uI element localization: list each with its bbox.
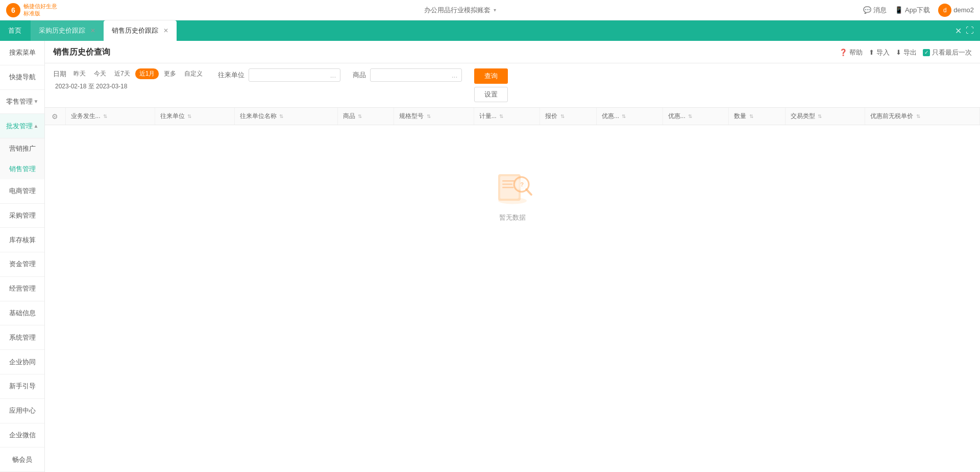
- sidebar-item-marketing[interactable]: 营销推广: [0, 138, 44, 159]
- counterpart-filter-col: 往来单位 ...: [218, 68, 340, 82]
- col-quoted-price[interactable]: 报价 ⇅: [540, 108, 597, 125]
- col-discount1[interactable]: 优惠... ⇅: [597, 108, 663, 125]
- only-last-checkbox[interactable]: ✓: [923, 49, 930, 56]
- sidebar-item-search[interactable]: 搜索菜单: [0, 41, 44, 65]
- date-range-display: 2023-02-18 至 2023-03-18: [55, 82, 206, 91]
- user-menu[interactable]: d demo2: [938, 4, 974, 17]
- gear-icon[interactable]: ⚙: [52, 112, 58, 121]
- col-spec[interactable]: 规格型号 ⇅: [394, 108, 474, 125]
- sort-icon-pre-tax-price: ⇅: [916, 113, 920, 119]
- avatar: d: [938, 4, 951, 17]
- sort-icon-unit: ⇅: [499, 113, 503, 119]
- table-header-row: ⚙ 业务发生... ⇅ 往来单位 ⇅ 往来单位名称 ⇅: [45, 108, 980, 125]
- tab-sales-history[interactable]: 销售历史价跟踪 ✕: [104, 20, 177, 41]
- help-button[interactable]: ❓ 帮助: [839, 48, 863, 57]
- empty-icon: ?: [487, 166, 538, 207]
- top-bar: 6 畅捷信好生意 标准版 办公用品行业模拟账套 ▾ 💬 消息 📱 App下载 d…: [0, 0, 980, 20]
- tab-purchase-history[interactable]: 采购历史价跟踪 ✕: [31, 20, 104, 41]
- col-counterpart-name[interactable]: 往来单位名称 ⇅: [234, 108, 337, 125]
- date-opt-last1m[interactable]: 近1月: [135, 68, 159, 79]
- page-header: 销售历史价查询 ❓ 帮助 ⬆ 导入 ⬇ 导出 ✓: [45, 41, 980, 63]
- counterpart-input-dots[interactable]: ...: [330, 71, 336, 79]
- sidebar-item-sales-mgmt[interactable]: 销售管理: [0, 159, 44, 179]
- col-settings[interactable]: ⚙: [45, 108, 65, 125]
- sidebar-item-basic-info[interactable]: 基础信息: [0, 301, 44, 326]
- sidebar-item-wholesale[interactable]: 批发管理 ▲: [0, 114, 44, 138]
- app-download-button[interactable]: 📱 App下载: [895, 6, 930, 15]
- sidebar-item-retail[interactable]: 零售管理 ▼: [0, 90, 44, 114]
- data-table: ⚙ 业务发生... ⇅ 往来单位 ⇅ 往来单位名称 ⇅: [45, 108, 980, 263]
- workspace-dropdown-arrow[interactable]: ▾: [494, 7, 496, 13]
- svg-rect-4: [502, 183, 512, 184]
- product-input-dots[interactable]: ...: [452, 71, 458, 79]
- sidebar-item-system[interactable]: 系统管理: [0, 325, 44, 350]
- col-unit[interactable]: 计量... ⇅: [474, 108, 540, 125]
- sidebar-item-purchase[interactable]: 采购管理: [0, 204, 44, 228]
- message-button[interactable]: 💬 消息: [863, 6, 887, 15]
- close-all-tabs-button[interactable]: ✕: [955, 26, 962, 36]
- filter-bar: 日期 昨天 今天 近7天 近1月 更多 自定义 2023-02-18 至 202…: [45, 63, 980, 108]
- logo-icon: 6: [6, 3, 20, 17]
- wholesale-arrow-icon: ▲: [34, 123, 39, 129]
- only-last-toggle[interactable]: ✓ 只看最后一次: [923, 48, 972, 57]
- counterpart-input[interactable]: ...: [249, 68, 340, 82]
- sidebar-item-app-center[interactable]: 应用中心: [0, 399, 44, 423]
- empty-state-cell: ? 暂无数据: [45, 125, 980, 264]
- page-header-actions: ❓ 帮助 ⬆ 导入 ⬇ 导出 ✓ 只看最后一次: [839, 48, 972, 57]
- sidebar-item-operations[interactable]: 经营管理: [0, 277, 44, 301]
- export-button[interactable]: ⬇ 导出: [896, 48, 917, 57]
- product-label: 商品: [353, 70, 366, 80]
- empty-state-row: ? 暂无数据: [45, 125, 980, 264]
- logo-text: 畅捷信好生意 标准版: [23, 3, 57, 16]
- export-icon: ⬇: [896, 49, 901, 56]
- date-filter-col: 日期 昨天 今天 近7天 近1月 更多 自定义 2023-02-18 至 202…: [53, 68, 206, 91]
- tab-sales-history-close[interactable]: ✕: [163, 27, 168, 34]
- sidebar-item-inventory[interactable]: 库存核算: [0, 228, 44, 252]
- svg-line-8: [526, 190, 531, 195]
- col-product[interactable]: 商品 ⇅: [337, 108, 394, 125]
- table-body: ? 暂无数据: [45, 125, 980, 264]
- settings-button[interactable]: 设置: [474, 87, 508, 102]
- sidebar-item-enterprise[interactable]: 企业协同: [0, 350, 44, 374]
- sidebar-item-ecommerce[interactable]: 电商管理: [0, 179, 44, 204]
- col-quantity[interactable]: 数量 ⇅: [729, 108, 786, 125]
- date-opt-today[interactable]: 今天: [91, 68, 109, 79]
- tab-purchase-history-close[interactable]: ✕: [90, 27, 95, 34]
- sidebar-item-guide[interactable]: 新手引导: [0, 374, 44, 399]
- counterpart-filter-group: 往来单位 ...: [218, 68, 340, 82]
- sidebar-item-member[interactable]: 畅会员: [0, 447, 44, 472]
- col-counterpart-code[interactable]: 往来单位 ⇅: [155, 108, 234, 125]
- sort-icon-discount2: ⇅: [688, 113, 692, 119]
- date-opt-yesterday[interactable]: 昨天: [70, 68, 89, 79]
- main-layout: 搜索菜单 快捷导航 零售管理 ▼ 批发管理 ▲ 营销推广 销售管理 电商管理 采: [0, 41, 980, 472]
- import-button[interactable]: ⬆ 导入: [869, 48, 890, 57]
- query-button[interactable]: 查询: [474, 68, 508, 84]
- col-discount2[interactable]: 优惠... ⇅: [663, 108, 729, 125]
- col-pre-tax-price[interactable]: 优惠前无税单价 ⇅: [865, 108, 980, 125]
- sidebar-item-quick-nav[interactable]: 快捷导航: [0, 65, 44, 90]
- sort-icon-counterpart-code: ⇅: [187, 113, 191, 119]
- empty-text: 暂无数据: [499, 213, 526, 222]
- sidebar-item-finance[interactable]: 资金管理: [0, 252, 44, 277]
- sort-icon-trade-type: ⇅: [818, 113, 822, 119]
- date-opt-custom[interactable]: 自定义: [181, 68, 206, 79]
- page-header-top: 销售历史价查询 ❓ 帮助 ⬆ 导入 ⬇ 导出 ✓: [53, 47, 972, 58]
- date-opt-more[interactable]: 更多: [161, 68, 179, 79]
- sidebar-item-enterprise-wechat[interactable]: 企业微信: [0, 423, 44, 448]
- empty-state: ? 暂无数据: [45, 125, 980, 263]
- tab-home[interactable]: 首页: [0, 20, 30, 41]
- page-title: 销售历史价查询: [53, 47, 110, 58]
- date-options: 昨天 今天 近7天 近1月 更多 自定义: [70, 68, 206, 79]
- help-icon: ❓: [839, 49, 847, 56]
- sort-icon-discount1: ⇅: [622, 113, 626, 119]
- workspace-selector[interactable]: 办公用品行业模拟账套 ▾: [424, 6, 496, 15]
- logo-area: 6 畅捷信好生意 标准版: [6, 3, 57, 17]
- product-filter-col: 商品 ...: [353, 68, 462, 82]
- date-opt-last7[interactable]: 近7天: [111, 68, 133, 79]
- product-input[interactable]: ...: [370, 68, 462, 82]
- col-trade-type[interactable]: 交易类型 ⇅: [786, 108, 865, 125]
- import-icon: ⬆: [869, 49, 874, 56]
- col-biz-date[interactable]: 业务发生... ⇅: [65, 108, 155, 125]
- fullscreen-button[interactable]: ⛶: [966, 26, 974, 35]
- tab-bar: 首页 采购历史价跟踪 ✕ 销售历史价跟踪 ✕ ✕ ⛶: [0, 20, 980, 41]
